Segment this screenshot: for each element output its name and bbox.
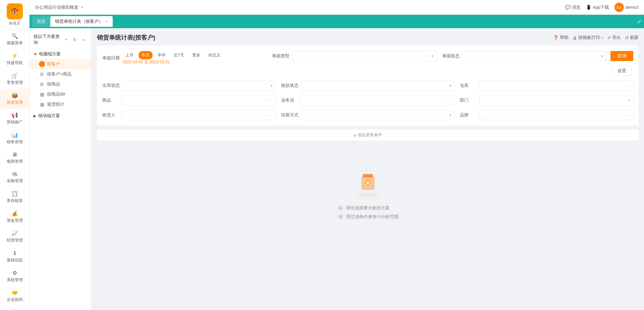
quicknav-icon: ⚡ <box>11 53 18 59</box>
sidebar-item-marketing[interactable]: 📢 营销推广 <box>0 109 29 128</box>
salesperson-input[interactable]: ··· <box>301 95 454 105</box>
sidebar-item-operations[interactable]: 📈 经营管理 <box>0 227 29 247</box>
date-btn-this-month[interactable]: 本月 <box>139 51 153 59</box>
sidebar-item-inventory[interactable]: 📋 库存核算 <box>0 187 29 207</box>
product-label: 商品 <box>102 97 119 103</box>
download-icon: 📱 <box>586 5 591 10</box>
tab-sales-stat[interactable]: 销货单统计表（按客户） ✕ <box>50 16 113 27</box>
sidebar-item-system[interactable]: ⚙ 系统管理 <box>0 266 29 286</box>
sidebar-item-finance[interactable]: 💰 资金管理 <box>0 207 29 227</box>
collapse-icon: ∧ <box>354 133 357 138</box>
return-stat-icon: ▦ <box>39 101 45 107</box>
settlement-item: 结算方式 ▾ <box>281 110 454 120</box>
side-item-by-product99[interactable]: ▦ 按商品99 <box>30 89 91 99</box>
date-label: 单据日期 <box>102 55 120 61</box>
page-title: 销货单统计表(按客户) <box>97 34 155 42</box>
settings-button[interactable]: 设置 <box>612 66 632 76</box>
settlement-arrow: ▾ <box>449 113 451 117</box>
doc-type-input[interactable]: ▾ <box>292 51 436 61</box>
empty-state: ① 请先选择要分析的方案 ② 用过滤条件来缩小分析范围 <box>97 145 639 240</box>
date-btn-last7days[interactable]: 近7天 <box>171 51 187 59</box>
sidebar-item-retail[interactable]: 🛒 零售管理 <box>0 69 29 89</box>
template-print-btn[interactable]: 🖨 按模板打印 ▾ <box>573 35 603 41</box>
side-item-by-product[interactable]: ⊞ 按商品 <box>30 79 91 89</box>
sidebar-item-basic[interactable]: ℹ 基础信息 <box>0 247 29 266</box>
by-customer-icon <box>39 61 45 67</box>
sidebar-item-quick-nav[interactable]: ⚡ 快捷导航 <box>0 49 29 69</box>
receiver-input[interactable]: ··· <box>122 110 276 120</box>
doc-status-label: 单据状态 <box>442 53 460 59</box>
sidebar-item-ecommerce[interactable]: 🖥 电商管理 <box>0 148 29 168</box>
collection-input[interactable]: ▾ <box>301 81 454 91</box>
help-btn[interactable]: ❓ 帮助 <box>553 35 569 41</box>
inventory-icon: 📋 <box>11 191 18 197</box>
app-download-btn[interactable]: 📱 App下载 <box>586 4 609 10</box>
settlement-label: 结算方式 <box>281 112 299 118</box>
sidebar-item-purchase[interactable]: 🛍 采购管理 <box>0 168 29 187</box>
add-plan-btn[interactable]: ＋ <box>62 36 70 43</box>
export-btn[interactable]: ↗ 导出 <box>607 35 621 41</box>
main-area: 办公用品行业模拟账套 ▾ 💬 消息 📱 App下载 Ea demo2 首页 <box>30 0 644 310</box>
department-label: 部门 <box>460 97 477 103</box>
out-status-input[interactable]: ▾ <box>122 81 276 91</box>
department-input[interactable]: ▾ <box>479 95 633 105</box>
empty-tips: ① 请先选择要分析的方案 ② 用过滤条件来缩小分析范围 <box>337 205 398 220</box>
sidebar-item-newuser[interactable]: 🎯 新手引导 <box>0 306 29 310</box>
date-btn-custom[interactable]: 自定义 <box>205 51 223 59</box>
collapse-panel-btn[interactable]: « <box>80 36 87 43</box>
expand-icon: ⤢ <box>637 19 641 24</box>
chevron-right-icon: ▶ <box>34 114 36 118</box>
topbar-right: 💬 消息 📱 App下载 Ea demo2 <box>565 3 639 12</box>
mobile-group-label: 移动端方案 <box>38 113 60 119</box>
side-group-desktop-header[interactable]: ▼ 电脑端方案 <box>30 49 91 59</box>
side-item-by-customer-product[interactable]: ⊞ 按客户+商品 <box>30 69 91 79</box>
salesperson-item: 业务员 ··· <box>281 95 454 105</box>
side-panel-title: 按以下方案查询 <box>34 34 62 46</box>
page-actions: ❓ 帮助 🖨 按模板打印 ▾ ↗ 导出 ↺ 刷新 <box>553 35 639 41</box>
department-arrow: ▾ <box>628 98 630 103</box>
receiver-label: 收货人 <box>102 112 119 118</box>
message-btn[interactable]: 💬 消息 <box>565 4 581 10</box>
date-btn-more[interactable]: 更多 <box>189 51 203 59</box>
settlement-input[interactable]: ▾ <box>301 110 454 120</box>
tab-home[interactable]: 首页 <box>32 16 50 27</box>
product-input[interactable]: ··· <box>122 95 276 105</box>
doc-type-arrow: ▾ <box>432 54 434 58</box>
avatar: Ea <box>614 3 624 12</box>
salesperson-label: 业务员 <box>281 97 298 103</box>
marketing-icon: 📢 <box>11 112 18 118</box>
collapse-bar[interactable]: ∧ 收起更多条件 <box>97 130 639 141</box>
sales-stat-tab-label: 销货单统计表（按客户） <box>55 18 103 24</box>
sidebar-item-search[interactable]: 🔍 搜索菜单 <box>0 30 29 49</box>
purchase-icon: 🛍 <box>12 171 17 177</box>
tab-close-icon[interactable]: ✕ <box>105 19 108 24</box>
date-btn-this-year[interactable]: 本年 <box>155 51 169 59</box>
sidebar-item-enterprise[interactable]: 🤝 企业协同 <box>0 286 29 306</box>
refresh-btn[interactable]: ↺ 刷新 <box>625 35 639 41</box>
message-icon: 💬 <box>565 5 571 10</box>
department-item: 部门 ▾ <box>460 95 633 105</box>
doc-status-input[interactable]: ▾ <box>462 51 606 61</box>
side-group-mobile-header[interactable]: ▶ 移动端方案 <box>30 111 91 121</box>
sidebar-item-sales[interactable]: 📊 销售管理 <box>0 128 29 148</box>
warehouse-input[interactable]: ··· <box>479 81 633 91</box>
page-header: 销货单统计表(按客户) ❓ 帮助 🖨 按模板打印 ▾ ↗ 导出 <box>97 34 639 42</box>
user-area[interactable]: Ea demo2 <box>614 3 639 12</box>
tabbar-expand-btn[interactable]: ⤢ <box>637 18 641 25</box>
date-btn-last-month[interactable]: 上月 <box>122 51 137 59</box>
refresh-icon: ↺ <box>625 35 629 40</box>
side-group-desktop: ▼ 电脑端方案 按客户 ⊞ 按客户+商品 ⊞ 按商品 ▦ 按商品99 <box>30 49 91 109</box>
refresh-plan-btn[interactable]: ↻ <box>71 36 78 43</box>
app-title: 办公用品行业模拟账套 <box>35 4 78 10</box>
side-item-by-customer[interactable]: 按客户 <box>30 59 91 69</box>
query-button[interactable]: 查询 <box>610 51 633 61</box>
side-item-return-stat[interactable]: ▦ 退货统计 <box>30 99 91 109</box>
topbar-left: 办公用品行业模拟账套 ▾ <box>35 4 83 10</box>
help-icon: ❓ <box>553 35 558 40</box>
side-panel: 按以下方案查询 ＋ ↻ « ▼ 电脑端方案 按客户 ⊞ <box>30 28 92 310</box>
finance-icon: 💰 <box>11 210 18 217</box>
sidebar-item-wholesale[interactable]: 📦 批发管理 <box>0 89 29 109</box>
brand-input[interactable]: ··· <box>479 110 633 120</box>
brand-item: 品牌 ··· <box>460 110 633 120</box>
logo-icon: 🐯 <box>7 3 23 19</box>
